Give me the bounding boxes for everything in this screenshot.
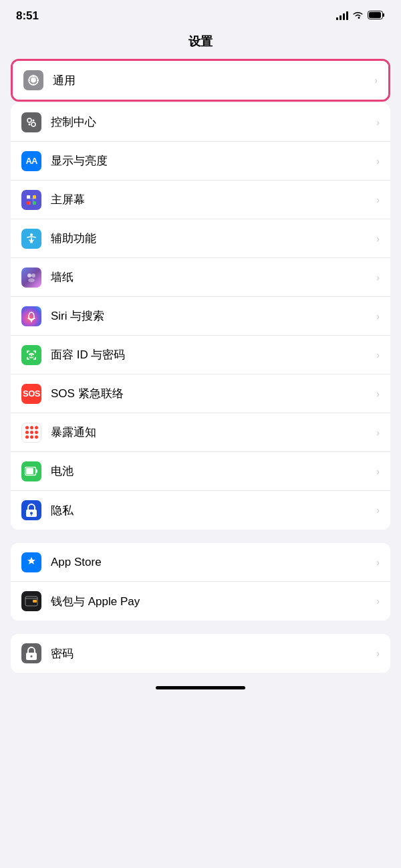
svg-rect-17 [33, 201, 36, 205]
settings-row-app-store[interactable]: App Store › [11, 543, 390, 582]
general-label: 通用 [53, 73, 369, 88]
face-id-icon [21, 345, 41, 365]
display-label: 显示与亮度 [51, 153, 371, 169]
passwords-icon [21, 643, 41, 663]
display-chevron: › [376, 156, 380, 167]
svg-point-43 [30, 512, 33, 515]
svg-point-25 [28, 278, 35, 282]
control-center-chevron: › [376, 117, 380, 128]
settings-row-battery[interactable]: 电池 › [11, 452, 390, 491]
status-bar: 8:51 [0, 0, 401, 28]
svg-rect-15 [33, 195, 36, 199]
svg-rect-16 [27, 201, 30, 205]
svg-rect-18 [30, 195, 31, 199]
svg-point-13 [33, 119, 35, 121]
settings-row-control-center[interactable]: 控制中心 › [11, 103, 390, 142]
control-center-icon [21, 112, 41, 132]
app-store-label: App Store [51, 556, 371, 569]
app-store-icon [21, 552, 41, 572]
siri-icon [21, 306, 41, 326]
svg-point-49 [31, 655, 33, 657]
status-icons [336, 10, 385, 22]
page-title: 设置 [0, 28, 401, 59]
wallpaper-icon [21, 267, 41, 288]
svg-point-23 [27, 274, 31, 278]
wallpaper-chevron: › [376, 272, 380, 283]
app-store-chevron: › [376, 557, 380, 568]
settings-row-general[interactable]: 通用 › [13, 61, 388, 100]
sos-chevron: › [376, 389, 380, 399]
settings-row-home-screen[interactable]: 主屏幕 › [11, 181, 390, 219]
svg-rect-41 [26, 468, 33, 474]
exposure-chevron: › [376, 427, 380, 438]
accessibility-chevron: › [376, 233, 380, 244]
siri-chevron: › [376, 311, 380, 322]
svg-rect-40 [36, 469, 38, 473]
battery-chevron: › [376, 466, 380, 477]
battery-row-icon [21, 461, 41, 481]
signal-icon [336, 12, 348, 20]
wallet-label: 钱包与 Apple Pay [51, 594, 371, 609]
sos-icon: SOS [21, 384, 41, 404]
battery-icon [368, 10, 385, 22]
home-screen-label: 主屏幕 [51, 192, 371, 207]
face-id-label: 面容 ID 与密码 [51, 347, 371, 362]
wallpaper-label: 墙纸 [51, 269, 371, 285]
settings-row-accessibility[interactable]: 辅助功能 › [11, 219, 390, 258]
highlighted-group: 通用 › [11, 59, 390, 102]
privacy-icon [21, 500, 41, 520]
svg-point-24 [31, 274, 35, 278]
accessibility-label: 辅助功能 [51, 231, 371, 246]
svg-rect-20 [30, 201, 31, 205]
settings-row-display[interactable]: AA 显示与亮度 › [11, 142, 390, 181]
settings-row-sos[interactable]: SOS SOS 紧急联络 › [11, 374, 390, 413]
passwords-label: 密码 [51, 646, 371, 661]
passwords-chevron: › [376, 648, 380, 659]
svg-point-22 [30, 233, 33, 236]
svg-rect-1 [383, 13, 385, 17]
settings-row-passwords[interactable]: 密码 › [11, 634, 390, 673]
svg-point-12 [29, 123, 31, 125]
svg-point-37 [29, 354, 30, 354]
second-group: App Store › 钱包与 Apple Pay › [11, 543, 390, 621]
settings-row-exposure[interactable]: 暴露通知 › [11, 413, 390, 452]
face-id-chevron: › [376, 350, 380, 360]
wallet-icon [21, 591, 41, 611]
sos-label: SOS 紧急联络 [51, 386, 371, 401]
home-indicator [156, 686, 245, 689]
svg-rect-21 [33, 198, 33, 201]
svg-point-10 [27, 118, 31, 122]
settings-row-siri[interactable]: Siri 与搜索 › [11, 297, 390, 336]
svg-rect-2 [369, 12, 381, 18]
accessibility-icon [21, 229, 41, 249]
svg-rect-19 [27, 198, 36, 199]
settings-row-privacy[interactable]: 隐私 › [11, 491, 390, 530]
display-icon: AA [21, 151, 41, 171]
control-center-label: 控制中心 [51, 114, 371, 130]
home-screen-icon [21, 190, 41, 210]
settings-row-wallpaper[interactable]: 墙纸 › [11, 258, 390, 297]
settings-row-face-id[interactable]: 面容 ID 与密码 › [11, 336, 390, 374]
svg-rect-46 [33, 600, 37, 603]
wifi-icon [352, 10, 364, 22]
exposure-label: 暴露通知 [51, 425, 371, 440]
main-group: 控制中心 › AA 显示与亮度 › 主屏幕 › [11, 103, 390, 530]
svg-point-38 [33, 354, 33, 354]
battery-label: 电池 [51, 463, 371, 479]
exposure-icon [21, 423, 41, 443]
privacy-chevron: › [376, 505, 380, 516]
svg-rect-14 [27, 195, 30, 199]
settings-row-wallet[interactable]: 钱包与 Apple Pay › [11, 582, 390, 621]
siri-label: Siri 与搜索 [51, 308, 371, 324]
general-chevron: › [374, 75, 378, 86]
general-icon [23, 70, 43, 90]
status-time: 8:51 [16, 9, 39, 23]
svg-point-11 [31, 122, 35, 126]
third-group: 密码 › [11, 634, 390, 673]
home-screen-chevron: › [376, 195, 380, 205]
wallet-chevron: › [376, 596, 380, 607]
privacy-label: 隐私 [51, 503, 371, 518]
